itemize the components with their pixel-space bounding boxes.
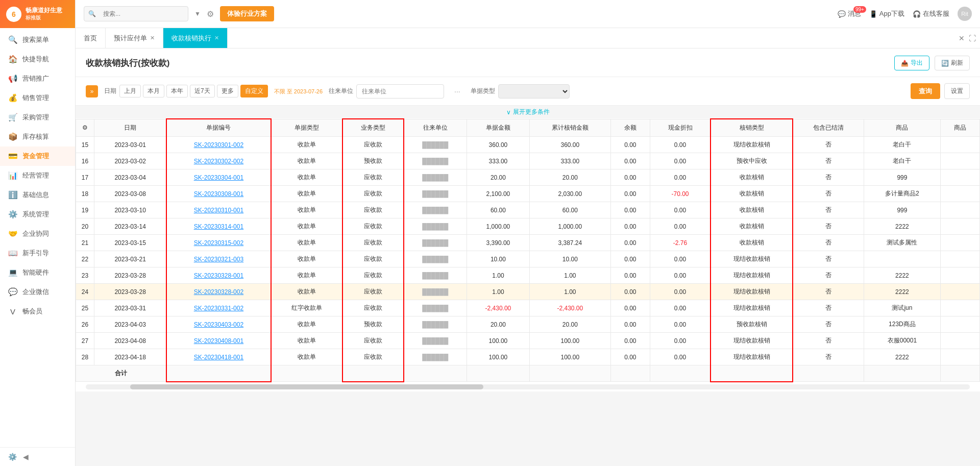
voucher-no-link[interactable]: SK-20230328-001 (194, 272, 243, 279)
row-voucher-no: SK-20230408-001 (166, 333, 271, 349)
date-btn-this-month[interactable]: 本月 (143, 85, 164, 97)
filter-toggle-btn[interactable]: » (86, 85, 98, 97)
voucher-no-link[interactable]: SK-20230321-003 (194, 256, 243, 263)
query-btn[interactable]: 查询 (911, 83, 940, 99)
sidebar-item-quicknav[interactable]: 🏠快捷导航 (0, 50, 75, 69)
scrollbar-track[interactable] (86, 384, 970, 389)
sidebar-item-marketing[interactable]: 📢营销推广 (0, 69, 75, 88)
col-cash-discount[interactable]: 现金折扣 (650, 119, 710, 137)
tab-expand-icon[interactable]: ⛶ (969, 34, 976, 42)
industry-btn[interactable]: 体验行业方案 (220, 6, 274, 21)
refresh-btn[interactable]: 🔄 刷新 (935, 56, 970, 70)
row-cum-writeoff: 333.00 (529, 153, 610, 169)
row-voucher-no: SK-20230331-002 (166, 300, 271, 316)
row-counterpart: ██████ (404, 284, 467, 300)
voucher-no-link[interactable]: SK-20230308-001 (194, 190, 243, 198)
row-balance: 0.00 (610, 284, 650, 300)
date-btn-7days[interactable]: 近7天 (190, 85, 215, 97)
sidebar-item-system[interactable]: ⚙️系统管理 (0, 205, 75, 224)
date-btn-this-year[interactable]: 本年 (166, 85, 188, 97)
col-cum-writeoff[interactable]: 累计核销金额 (529, 119, 610, 137)
voucher-no-link[interactable]: SK-20230310-001 (194, 207, 243, 214)
col-writeoff-type[interactable]: 核销类型 (710, 119, 793, 137)
logo-subtitle: 标推版 (26, 14, 62, 21)
voucher-no-link[interactable]: SK-20230331-002 (194, 305, 243, 312)
col-biz-type[interactable]: 业务类型 (342, 119, 404, 137)
col-gear[interactable]: ⚙ (76, 119, 94, 137)
col-voucher-type[interactable]: 单据类型 (271, 119, 342, 137)
sidebar-item-wechat[interactable]: 💬企业微信 (0, 282, 75, 302)
sidebar-item-basic[interactable]: ℹ️基础信息 (0, 185, 75, 205)
receipt-tab-close[interactable]: ✕ (214, 35, 219, 41)
sidebar-item-operations[interactable]: 📊经营管理 (0, 166, 75, 185)
marketing-icon: 📢 (8, 74, 17, 83)
sidebar-item-guide[interactable]: 📖新手引导 (0, 243, 75, 263)
voucher-no-link[interactable]: SK-20230304-001 (194, 174, 243, 181)
row-no: 17 (76, 169, 94, 186)
voucher-no-link[interactable]: SK-20230408-001 (194, 337, 243, 345)
row-amount: 3,390.00 (467, 235, 530, 251)
voucher-no-link[interactable]: SK-20230315-002 (194, 239, 243, 247)
sidebar-item-funds[interactable]: 💳资金管理 (0, 146, 75, 166)
col-date[interactable]: 日期 (94, 119, 167, 137)
col-amount[interactable]: 单据金额 (467, 119, 530, 137)
sidebar-item-inventory[interactable]: 📦库存核算 (0, 127, 75, 146)
sidebar-item-search[interactable]: 🔍搜索菜单 (0, 30, 75, 50)
tab-payable[interactable]: 预计应付单 ✕ (106, 28, 163, 48)
row-no: 21 (76, 235, 94, 251)
export-btn[interactable]: 📤 导出 (894, 56, 929, 70)
voucher-no-link[interactable]: SK-20230418-001 (194, 354, 243, 361)
voucher-no-link[interactable]: SK-20230302-002 (194, 158, 243, 165)
dropdown-arrow-icon[interactable]: ▼ (194, 10, 201, 17)
filter-settings-btn[interactable]: 设置 (944, 83, 970, 99)
topbar-search-input[interactable] (99, 7, 184, 21)
voucher-no-link[interactable]: SK-20230403-002 (194, 321, 243, 328)
sidebar-item-enterprise[interactable]: 🤝企业协同 (0, 224, 75, 243)
filter-expand-btn[interactable]: ∨ 展开更多条件 (76, 106, 980, 118)
hardware-icon: 💻 (8, 268, 17, 277)
voucher-type-label: 单据类型 (471, 87, 495, 95)
date-btn-more[interactable]: 更多 (217, 85, 238, 97)
avatar[interactable]: Rit (958, 7, 972, 21)
payable-tab-close[interactable]: ✕ (150, 35, 155, 41)
date-btn-custom[interactable]: 自定义 (240, 85, 268, 97)
app-download-btn[interactable]: 📱 App下载 (869, 9, 904, 18)
row-amount: 100.00 (467, 349, 530, 365)
settings-icon[interactable]: ⚙️ (8, 453, 17, 461)
row-no: 22 (76, 251, 94, 267)
row-cash-discount: 0.00 (650, 316, 710, 333)
date-btn-last-month[interactable]: 上月 (119, 85, 141, 97)
voucher-type-select[interactable] (498, 84, 570, 99)
sidebar-item-member[interactable]: V畅会员 (0, 302, 75, 321)
col-product2[interactable]: 商品 (940, 119, 979, 137)
gear-icon[interactable]: ⚙ (207, 9, 214, 19)
row-amount: 1.00 (467, 267, 530, 284)
row-biz-type: 预收款 (342, 153, 404, 169)
voucher-no-link[interactable]: SK-20230314-001 (194, 223, 243, 230)
counterpart-input[interactable] (356, 84, 444, 99)
scrollbar-thumb[interactable] (130, 384, 484, 389)
table-row: 25 2023-03-31 SK-20230331-002 红字收款单 应收款 … (76, 300, 980, 316)
messages-btn[interactable]: 💬 消息 99+ (838, 9, 861, 18)
service-icon: 🎧 (913, 10, 921, 18)
col-include-settled[interactable]: 包含已结清 (793, 119, 864, 137)
tab-close-all-icon[interactable]: ✕ (959, 34, 965, 42)
col-product[interactable]: 商品 (864, 119, 940, 137)
table-row: 15 2023-03-01 SK-20230301-002 收款单 应收款 ██… (76, 137, 980, 153)
online-service-btn[interactable]: 🎧 在线客服 (913, 9, 949, 18)
row-no: 26 (76, 316, 94, 333)
voucher-no-link[interactable]: SK-20230301-002 (194, 141, 243, 149)
voucher-no-link[interactable]: SK-20230328-002 (194, 288, 243, 296)
col-counterpart[interactable]: 往来单位 (404, 119, 467, 137)
collapse-icon[interactable]: ◀ (23, 453, 29, 461)
col-voucher-no[interactable]: 单据编号 (166, 119, 271, 137)
totals-voucher-no (166, 365, 271, 382)
sidebar-item-sales[interactable]: 💰销售管理 (0, 88, 75, 108)
row-date: 2023-04-03 (94, 316, 167, 333)
tab-home[interactable]: 首页 (76, 28, 106, 48)
col-balance[interactable]: 余额 (610, 119, 650, 137)
row-voucher-type: 收款单 (271, 235, 342, 251)
sidebar-item-purchase[interactable]: 🛒采购管理 (0, 108, 75, 127)
tab-receipt[interactable]: 收款核销执行 ✕ (163, 28, 228, 48)
sidebar-item-hardware[interactable]: 💻智能硬件 (0, 263, 75, 282)
